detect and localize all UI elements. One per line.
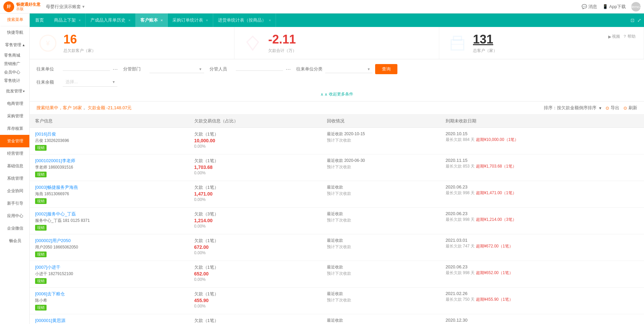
content-area: 首页 商品上下架 × 产成品入库单历史 × 客户账本 × 采购订单统计表 × (30, 13, 644, 324)
tab-close-icon[interactable]: × (79, 18, 81, 22)
sidebar-item-retail-mall[interactable]: 零售商城 (0, 51, 29, 60)
sidebar-item-enterprise-wechat[interactable]: 企业微信 (0, 222, 29, 235)
customer-name-link-0[interactable]: [0016]吕俊 (35, 131, 184, 137)
overdue-link-0[interactable]: 超期¥10,000.00（1笔） (476, 137, 519, 142)
filter-row-2: 往来余额 选择... ▾ (36, 78, 637, 87)
app-download-btn[interactable]: 📱 App下载 (603, 4, 626, 10)
cell-due-0: 2020.10.15 最长欠款 884 天 超期¥10,000.00（1笔） (440, 128, 644, 154)
sidebar-item-inventory[interactable]: 库存核算 (0, 122, 29, 135)
balance-select[interactable]: 选择... ▾ (63, 78, 117, 87)
cell-collection-1: 最近收款 2020-06-30 预计下次收款 (321, 154, 440, 181)
customer-name-link-2[interactable]: [0003]畅捷服务尹海燕 (35, 184, 184, 190)
cell-collection-0: 最近收款 2020-10-15 预计下次收款 (321, 128, 440, 154)
message-icon: 💬 (582, 4, 587, 9)
due-date-4: 2021.03.01 (446, 238, 639, 243)
table-row: [0016]吕俊 吕俊 13026203696 现销 欠款（1笔） 10,000… (30, 128, 644, 154)
unit-category-select[interactable]: ▾ (325, 65, 372, 73)
overdue-info-2: 最长欠款 998 天 超期¥1,471.00（1笔） (446, 190, 639, 196)
message-btn[interactable]: 💬 消息 (582, 4, 597, 10)
tab-purchase-goods-stats[interactable]: 进货单统计表（按商品） × (213, 13, 276, 27)
sidebar-item-operations[interactable]: 经营管理 (0, 147, 29, 160)
help-btn[interactable]: ？ 帮助 (623, 34, 636, 39)
refresh-button[interactable]: ⊙ 刷新 (623, 105, 637, 111)
sidebar-item-wholesale-mgmt[interactable]: 批发管理 ▾ (0, 85, 29, 97)
manager-input[interactable] (236, 68, 283, 71)
cell-due-2: 2020.06.23 最长欠款 998 天 超期¥1,471.00（1笔） (440, 181, 644, 208)
sidebar-item-finance[interactable]: 资金管理 (0, 135, 29, 147)
customer-phone-1: 李老师 18600391516 (35, 165, 184, 170)
collection-next-3: 预计下次收款 (327, 217, 435, 223)
collapse-filters-btn[interactable]: ∧ ∧ 收起更多条件 (36, 90, 637, 98)
tab-close-icon-4[interactable]: × (206, 18, 208, 22)
customer-tag-0: 现销 (35, 145, 47, 151)
sidebar-item-retail-stats[interactable]: 零售统计 (0, 77, 29, 85)
sidebar-item-basic-info[interactable]: 基础信息 (0, 160, 29, 172)
unit-category-label: 往来单位分类 (296, 66, 323, 72)
sidebar-item-newbie[interactable]: 新手引导 (0, 197, 29, 210)
sidebar-item-member[interactable]: 会员中心 (0, 68, 29, 77)
user-avatar[interactable]: demo2 (631, 2, 641, 11)
sidebar-item-retail-mgmt[interactable]: 零售管理 ▲ (0, 39, 29, 51)
dept-select[interactable]: ▾ (149, 65, 204, 73)
tab-purchase-stats[interactable]: 采购订单统计表 × (168, 13, 213, 27)
customer-phone-4: 用户2050 18665062050 (35, 244, 184, 250)
overdue-link-3[interactable]: 超期¥1,214.00（3笔） (476, 217, 516, 222)
collection-date-5: 最近收款 (327, 264, 435, 270)
customer-tag-4: 现销 (35, 252, 47, 257)
customer-name-link-1[interactable]: [0001020001]李老师 (35, 158, 184, 164)
customer-name-link-5[interactable]: [0007]小进干 (35, 264, 184, 270)
collection-date-7: 最近收款 (327, 318, 435, 323)
export-icon: ⊙ (606, 106, 609, 111)
sort-label: 排序：按欠款金额倒序排序 (544, 105, 596, 111)
table-row: [0002]服务中心_丁磊 服务中心_丁磊 181 0125 8371 现销 欠… (30, 208, 644, 234)
query-button[interactable]: 查询 (375, 64, 397, 74)
debt-count-2: 欠款（1笔） (194, 184, 316, 190)
tab-fullscreen-icon[interactable]: ⤢ (637, 18, 641, 23)
source-unit-input[interactable] (63, 68, 110, 71)
collection-date-0: 最近收款 2020-10-15 (327, 131, 435, 137)
tab-product-history[interactable]: 产成品入库单历史 × (86, 13, 135, 27)
manager-dots[interactable]: ··· (286, 66, 291, 73)
stat-icon-building (447, 33, 468, 53)
tab-close-icon-5[interactable]: × (269, 18, 271, 22)
sidebar-item-ecommerce[interactable]: 电商管理 (0, 97, 29, 110)
sidebar-item-marketing[interactable]: 营销推广 (0, 60, 29, 68)
overdue-link-6[interactable]: 超期¥455.90（1笔） (476, 297, 513, 302)
tab-customer-account[interactable]: 客户账本 × (136, 13, 168, 27)
sidebar-item-app-center[interactable]: 应用中心 (0, 210, 29, 222)
sidebar-item-enterprise-collab[interactable]: 企业协同 (0, 185, 29, 197)
manager-label: 分管人员 (209, 66, 233, 72)
collection-date-4: 最近收款 (327, 238, 435, 243)
video-btn[interactable]: ▶ 视频 (608, 34, 620, 39)
sidebar-item-quick-nav[interactable]: 快捷导航 (0, 26, 29, 39)
overdue-link-1[interactable]: 超期¥1,703.68（1笔） (476, 164, 516, 169)
sort-select[interactable]: 排序：按欠款金额倒序排序 ▾ (544, 105, 601, 111)
tab-home[interactable]: 首页 (30, 13, 49, 27)
sidebar-item-vip[interactable]: 畅会员 (0, 235, 29, 247)
customer-name-link-6[interactable]: [0006]去下粮仓 (35, 291, 184, 297)
overdue-link-5[interactable]: 超期¥652.00（1笔） (476, 270, 513, 275)
cell-collection-5: 最近收款 预计下次收款 (321, 261, 440, 288)
cell-due-7: 2020.12.30 最长欠款 808 天 超期¥429.00（1笔） (440, 314, 644, 324)
overdue-link-2[interactable]: 超期¥1,471.00（1笔） (476, 190, 516, 195)
overdue-link-4[interactable]: 超期¥672.00（1笔） (476, 244, 513, 248)
sidebar-item-search-menu[interactable]: 搜索菜单 (0, 13, 29, 26)
table-row: [0007]小进干 小进干 18279152100 现销 欠款（1笔） 652.… (30, 261, 644, 288)
debt-amount-1: 1,703.68 (194, 165, 316, 170)
debt-count-7: 欠款（1笔） (194, 318, 316, 324)
sidebar-item-system[interactable]: 系统管理 (0, 172, 29, 185)
export-button[interactable]: ⊙ 导出 (606, 105, 619, 111)
cell-customer-2: [0003]畅捷服务尹海燕 海燕 18513066976 现销 (30, 181, 189, 208)
source-unit-dots[interactable]: ··· (113, 66, 118, 73)
customer-name-link-4[interactable]: [000002]用户2050 (35, 238, 184, 244)
tab-close-icon-3[interactable]: × (161, 18, 163, 22)
debt-count-3: 欠款（3笔） (194, 211, 316, 217)
customer-name-link-7[interactable]: [000001]黄思源 (35, 318, 184, 324)
tab-product-listing[interactable]: 商品上下架 × (49, 13, 86, 27)
customer-name-link-3[interactable]: [0002]服务中心_丁磊 (35, 211, 184, 217)
sidebar-item-purchase[interactable]: 采购管理 (0, 110, 29, 122)
dept-label: 分管部门 (123, 66, 147, 72)
tab-restore-icon[interactable]: ⊡ (631, 18, 635, 23)
tab-close-icon-2[interactable]: × (128, 18, 130, 22)
company-selector[interactable]: 母婴行业演示账套 ▾ (46, 4, 85, 10)
